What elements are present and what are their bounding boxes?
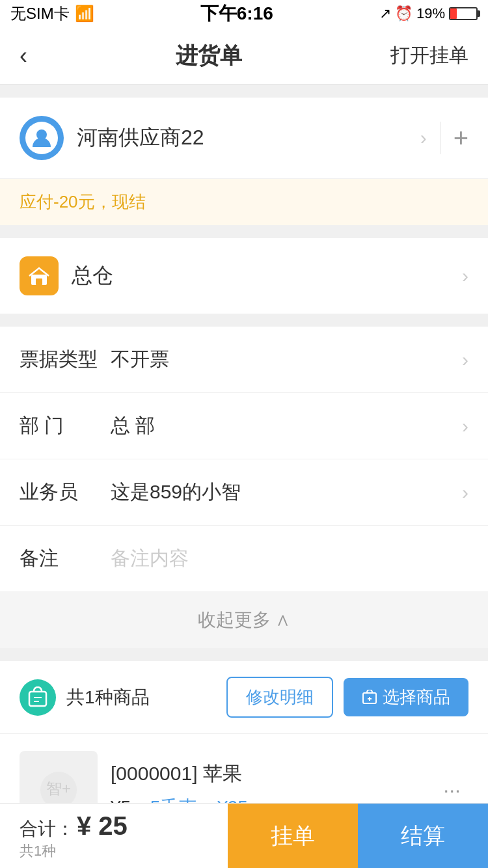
select-product-label: 选择商品 — [383, 686, 450, 709]
product-code: [0000001] — [111, 763, 197, 784]
checkout-button[interactable]: 结算 — [358, 804, 488, 869]
warehouse-icon-wrap — [20, 256, 59, 295]
form-row-department[interactable]: 部 门 总 部 › — [0, 393, 488, 459]
total-section: 合计： ¥ 25 共1种 — [0, 811, 228, 861]
battery-icon — [449, 7, 478, 20]
location-icon: ↗ — [379, 5, 391, 22]
remark-input[interactable]: 备注内容 — [111, 545, 468, 572]
supplier-row[interactable]: 河南供应商22 › + — [0, 98, 488, 179]
hang-button[interactable]: 挂单 — [228, 804, 358, 869]
products-icon — [20, 679, 56, 716]
nav-bar: ‹ 进货单 打开挂单 — [0, 27, 488, 85]
salesman-value: 这是859的小智 — [111, 479, 462, 506]
wifi-icon: 📶 — [75, 5, 94, 23]
warehouse-name: 总仓 — [72, 262, 462, 290]
warehouse-row[interactable]: 总仓 › — [0, 238, 488, 314]
salesman-chevron-icon: › — [462, 481, 468, 504]
department-chevron-icon: › — [462, 415, 468, 437]
product-name-text: 苹果 — [203, 763, 242, 784]
product-name: [0000001] 苹果 — [111, 761, 422, 787]
edit-detail-button[interactable]: 修改明细 — [226, 677, 333, 718]
supplier-section: 河南供应商22 › + 应付-20元，现结 — [0, 98, 488, 225]
supplier-chevron-icon: › — [420, 127, 427, 149]
section-gap-1 — [0, 85, 488, 98]
form-section: 票据类型 不开票 › 部 门 总 部 › 业务员 这是859的小智 › 备注 备… — [0, 327, 488, 592]
supplier-name: 河南供应商22 — [77, 124, 420, 152]
select-product-button[interactable]: 选择商品 — [344, 678, 468, 716]
status-right: ↗ ⏰ 19% — [379, 5, 478, 22]
section-gap-2 — [0, 225, 488, 238]
form-row-remark[interactable]: 备注 备注内容 — [0, 526, 488, 592]
page-title: 进货单 — [176, 41, 242, 71]
svg-rect-3 — [29, 692, 46, 706]
products-header: 共1种商品 修改明细 选择商品 — [0, 661, 488, 734]
collapse-row[interactable]: 收起更多 ∧ — [0, 592, 488, 648]
supplier-divider — [440, 122, 441, 154]
open-hang-button[interactable]: 打开挂单 — [390, 42, 468, 69]
supplier-avatar — [20, 116, 64, 160]
section-gap-4 — [0, 648, 488, 661]
add-supplier-button[interactable]: + — [454, 125, 468, 151]
alarm-icon: ⏰ — [395, 5, 413, 22]
warehouse-chevron-icon: › — [462, 265, 468, 287]
supplier-avatar-icon — [25, 122, 58, 154]
payment-notice: 应付-20元，现结 — [0, 179, 488, 225]
product-more-icon[interactable]: ··· — [435, 773, 468, 807]
total-count: 共1种 — [20, 841, 208, 861]
products-count: 共1种商品 — [66, 685, 216, 710]
form-row-invoice[interactable]: 票据类型 不开票 › — [0, 327, 488, 393]
remark-label: 备注 — [20, 545, 111, 572]
department-label: 部 门 — [20, 413, 111, 439]
invoice-value: 不开票 — [111, 346, 462, 373]
salesman-label: 业务员 — [20, 479, 111, 506]
total-label: 合计： — [20, 817, 74, 841]
battery-pct: 19% — [416, 5, 445, 22]
warehouse-section[interactable]: 总仓 › — [0, 238, 488, 314]
carrier-label: 无SIM卡 — [10, 3, 70, 24]
back-button[interactable]: ‹ — [20, 42, 27, 70]
form-row-salesman[interactable]: 业务员 这是859的小智 › — [0, 459, 488, 526]
svg-text:智+: 智+ — [46, 780, 71, 797]
section-gap-3 — [0, 314, 488, 327]
status-bar: 无SIM卡 📶 下午6:16 ↗ ⏰ 19% — [0, 0, 488, 27]
collapse-label: 收起更多 ∧ — [198, 608, 291, 632]
invoice-label: 票据类型 — [20, 346, 111, 373]
bottom-bar: 合计： ¥ 25 共1种 挂单 结算 — [0, 803, 488, 868]
total-amount: ¥ 25 — [77, 811, 128, 841]
invoice-chevron-icon: › — [462, 349, 468, 371]
status-left: 无SIM卡 📶 — [10, 3, 94, 24]
svg-rect-2 — [36, 278, 42, 285]
department-value: 总 部 — [111, 413, 462, 439]
time-label: 下午6:16 — [200, 1, 273, 26]
